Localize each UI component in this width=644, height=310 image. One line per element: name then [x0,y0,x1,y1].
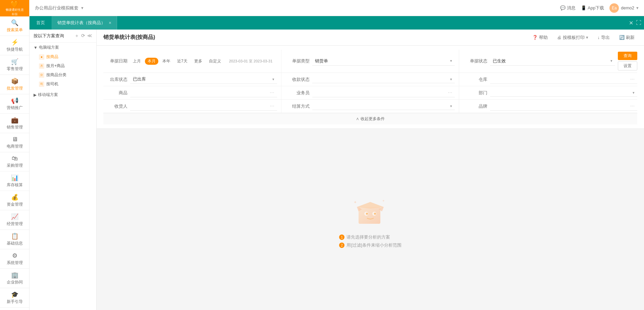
salesperson-dots[interactable]: ··· [448,90,452,96]
settlement-control[interactable]: ▾ [312,103,455,110]
system-icon: ⚙ [1,252,28,259]
print-dropdown-icon[interactable]: ▾ [586,35,588,40]
add-scheme-icon[interactable]: ＋ [74,33,79,39]
date-tab-lastmonth[interactable]: 上月 [130,58,144,65]
tree-item-by-cashier[interactable]: 司 按司机 [35,80,96,89]
date-tab-thismonth[interactable]: 本月 [145,58,158,65]
date-tab-thisyear[interactable]: 本年 [160,58,173,65]
sidebar-item-appcenter[interactable]: 📱 应用中心 [0,308,30,310]
sidebar-item-search[interactable]: 🔍 搜索菜单 [0,16,30,36]
department-control[interactable]: ▾ [490,89,637,97]
sidebar-system-label: 系统管理 [7,260,23,265]
retail-icon: 🛒 [1,58,28,65]
sidebar-item-wholesale[interactable]: 📦 批发管理 [0,75,30,94]
tab-sales-report[interactable]: 销货单统计表（按商品） × [52,16,117,30]
tab-close-all-icon[interactable]: ✕ [629,20,633,26]
refresh-button[interactable]: 🔄 刷新 [616,33,637,42]
settlement-dropdown-icon[interactable]: ▾ [450,104,452,108]
sidebar-item-enterprise[interactable]: 🏢 企业协同 [0,269,30,288]
tree-section-pc[interactable]: ▼ 电脑端方案 [30,43,96,52]
main-area: 办公用品行业模拟账套 ▾ 💬 消息 📱 App下载 Ea demo2 ▾ 首 [30,0,644,310]
tree-pc-children: ● 按商品 月 按月+商品 分 按商品分类 司 按司机 [30,52,96,89]
date-tabs: 上月 本月 本年 近7天 更多 自定义 [130,58,224,65]
sidebar-logo[interactable]: 🧡 畅捷通好生意 标版 [0,0,30,16]
sidebar-operations-label: 经营管理 [7,221,23,226]
refresh-scheme-icon[interactable]: ⟳ [81,33,85,39]
avatar: Ea [609,3,619,13]
export-button[interactable]: ↓ 导出 [595,33,613,42]
brand-control[interactable]: ··· [490,102,637,111]
filter-row-2: 出库状态 已出库 ▾ 收款状态 ▾ [103,73,637,86]
department-dropdown-icon[interactable]: ▾ [633,91,635,95]
print-label: 按模板打印 [563,35,585,41]
workspace-selector[interactable]: 办公用品行业模拟账套 ▾ [35,5,84,11]
tree-item-by-month-product[interactable]: 月 按月+商品 [35,61,96,70]
help-button[interactable]: ❓ 帮助 [530,33,550,42]
sidebar-item-system[interactable]: ⚙ 系统管理 [0,249,30,269]
tab-maximize-icon[interactable]: ⛶ [636,20,641,26]
product-cell: 商品 ··· [103,86,281,99]
brand-label: 品牌 [463,103,490,109]
doc-status-dropdown-icon[interactable]: ▾ [610,59,612,63]
tab-close-icon[interactable]: × [109,20,111,25]
tree-section-mobile[interactable]: ▶ 移动端方案 [30,90,96,100]
warehouse-dots[interactable]: ··· [630,76,635,82]
wholesale-icon: 📦 [1,78,28,85]
date-tab-last7days[interactable]: 近7天 [174,58,190,65]
date-range-display: 2023-03-01 至 2023-03-31 [229,59,273,64]
tab-home-label: 首页 [36,20,45,26]
doc-type-control[interactable]: 销货单 ▾ [312,57,455,66]
collapse-bar[interactable]: ∧ 收起更多条件 [103,113,637,124]
sidebar-item-basic[interactable]: 📋 基础信息 [0,230,30,249]
sidebar-item-sales[interactable]: 💼 销售管理 [0,114,30,133]
sidebar-item-quicknav[interactable]: ⚡ 快捷导航 [0,36,30,55]
brand-dots[interactable]: ··· [630,103,635,109]
sidebar-item-operations[interactable]: 📈 经营管理 [0,210,30,230]
receipt-status-control[interactable]: ▾ [312,76,455,83]
out-status-control[interactable]: 已出库 ▾ [130,75,277,84]
left-panel-title: 按以下方案查询 [34,33,64,39]
workspace-dropdown-icon[interactable]: ▾ [81,5,84,10]
tree-item-by-category[interactable]: 分 按商品分类 [35,70,96,80]
logo-text: 畅捷通好生意 [6,8,24,12]
sidebar-item-purchase[interactable]: 🛍 采购管理 [0,152,30,171]
consignee-control[interactable]: ··· [130,102,277,111]
sidebar-item-inventory[interactable]: 📊 库存核算 [0,171,30,191]
warehouse-control[interactable]: ··· [490,75,637,84]
consignee-dots[interactable]: ··· [270,103,274,109]
svg-text:✦: ✦ [354,200,357,205]
query-settings-buttons: 查询 设置 [618,52,637,70]
sidebar-item-ecom[interactable]: 🖥 电商管理 [0,133,30,152]
by-category-icon: 分 [39,72,44,78]
messages-button[interactable]: 💬 消息 [560,5,576,11]
tab-bar: 首页 销货单统计表（按商品） × ✕ ⛶ [30,16,644,30]
receipt-status-dropdown-icon[interactable]: ▾ [450,77,452,82]
sidebar-item-finance[interactable]: 💰 资金管理 [0,191,30,210]
print-button[interactable]: 🖨 按模板打印 ▾ [554,33,591,42]
out-status-dropdown-icon[interactable]: ▾ [272,77,274,82]
salesperson-control[interactable]: ··· [312,88,455,97]
product-control[interactable]: ··· [130,88,277,97]
product-dots[interactable]: ··· [270,90,274,96]
download-icon: 📱 [581,5,586,10]
department-label: 部门 [463,90,490,96]
sidebar-item-retail[interactable]: 🛒 零售管理 [0,55,30,75]
sidebar-item-marketing[interactable]: 📢 营销推广 [0,94,30,114]
date-tab-custom[interactable]: 自定义 [206,58,224,65]
doc-status-control[interactable]: 已生效 ▾ [490,57,615,66]
empty-illustration: ✦ ✦ ✦ [350,189,390,229]
tab-home[interactable]: 首页 [30,16,52,30]
settings-button[interactable]: 设置 [618,61,637,70]
user-menu[interactable]: Ea demo2 ▾ [609,3,639,13]
date-tab-more[interactable]: 更多 [192,58,205,65]
query-button[interactable]: 查询 [618,52,637,60]
doc-type-dropdown-icon[interactable]: ▾ [450,59,452,63]
collapse-panel-icon[interactable]: ≪ [87,33,92,39]
step1-num: 1 [339,235,344,240]
tree-item-by-product[interactable]: ● 按商品 [35,52,96,61]
user-dropdown-icon: ▾ [636,5,639,10]
app-download-button[interactable]: 📱 App下载 [581,5,604,11]
sidebar-item-guide[interactable]: 🎓 新手引导 [0,288,30,308]
export-icon: ↓ [598,35,600,40]
help-icon: ❓ [532,35,538,40]
